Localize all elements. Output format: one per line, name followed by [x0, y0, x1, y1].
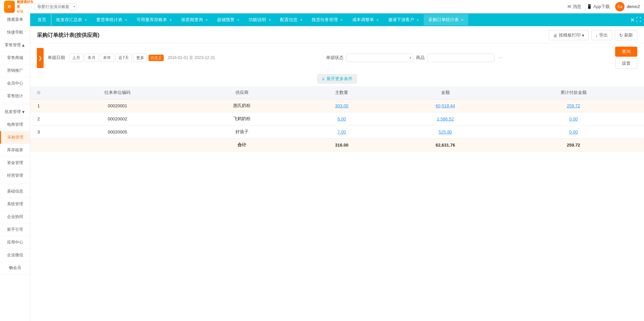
sidebar-item-retail-mgmt[interactable]: 零售管理 ▲	[0, 39, 30, 52]
tab-purchase-stat-close[interactable]: ×	[461, 18, 463, 22]
table-settings-icon[interactable]: ⚙	[37, 90, 41, 95]
col-code-header: 往来单位编码	[47, 86, 188, 99]
print-chevron-icon: ▾	[582, 33, 584, 38]
tab-available-stock-close[interactable]: ×	[170, 18, 172, 22]
sidebar-item-search[interactable]: 搜索菜单	[0, 13, 30, 26]
user-area[interactable]: Ea demo2	[615, 2, 640, 11]
refresh-btn[interactable]: ↻ 刷新	[615, 30, 637, 40]
sidebar-item-member[interactable]: 会员中心	[0, 77, 30, 90]
breadcrumb[interactable]: 母婴行业演示账套	[34, 3, 76, 10]
tab-config[interactable]: 配置信息 ×	[275, 14, 307, 25]
table-footer: 合计 316.00 62,631.76 259.72	[30, 139, 644, 152]
filter-main-row: ❯ 单据日期 上月 本月 本年 近7天 更多	[37, 47, 637, 71]
date-btn-7days[interactable]: 近7天	[115, 54, 132, 62]
export-btn[interactable]: ↓ 导出	[591, 30, 612, 40]
sidebar-item-system[interactable]: 系统管理	[0, 198, 30, 211]
sidebar-item-enterprise[interactable]: 企业协同	[0, 211, 30, 223]
print-icon: 🖨	[553, 33, 557, 38]
tab-config-close[interactable]: ×	[300, 18, 302, 22]
tab-function-close[interactable]: ×	[269, 18, 271, 22]
tab-order-summary-close[interactable]: ×	[125, 18, 127, 22]
date-btn-this-year[interactable]: 本年	[100, 54, 114, 62]
tab-available-stock[interactable]: 可用量库存账本 ×	[132, 14, 176, 25]
tab-invite[interactable]: 邀请下游客户 ×	[383, 14, 424, 25]
filter-section: ❯ 单据日期 上月 本月 本年 近7天 更多	[30, 43, 644, 86]
sidebar-item-finance[interactable]: 资金管理	[0, 157, 30, 169]
settings-btn[interactable]: 设置	[615, 58, 637, 69]
sidebar-item-purchase[interactable]: 采购管理	[0, 131, 30, 144]
table-row: 2 00020002 飞鹤奶粉 6.00 1,586.52 0.00	[30, 112, 644, 125]
table-header-row: ⚙ 往来单位编码 供应商 主数量 金额 累计付款金额	[30, 86, 644, 99]
print-btn[interactable]: 🖨 按模板打印 ▾	[549, 30, 589, 40]
sidebar-item-newbie[interactable]: 新手引导	[0, 223, 30, 236]
col-main-qty-header: 主数量	[296, 86, 388, 99]
tab-overstock-close[interactable]: ×	[237, 18, 239, 22]
tab-purchase-stat[interactable]: 采购订单统计表 ×	[424, 14, 468, 25]
footer-label: 合计	[188, 139, 296, 152]
content-area: 首页 收发存汇总表 × 要货单统计表 × 可用量库存账本 × 保质期查询 × 超…	[30, 13, 644, 321]
export-icon: ↓	[596, 33, 598, 38]
status-select[interactable]	[346, 54, 413, 62]
row-paid-amount: 259.72	[503, 99, 644, 112]
table-container: ⚙ 往来单位编码 供应商 主数量 金额 累计付款金额 1 00020001	[30, 86, 644, 172]
date-range-text: 2016-01-01 至 2023-12-31	[168, 55, 215, 61]
col-amount-header: 金额	[388, 86, 503, 99]
tab-cost-adjust-close[interactable]: ×	[376, 18, 378, 22]
toggle-area: ❯	[37, 48, 44, 68]
row-index: 1	[30, 99, 47, 112]
breadcrumb-select[interactable]: 母婴行业演示账套	[34, 3, 76, 10]
sidebar-item-ecommerce[interactable]: 电商管理	[0, 118, 30, 131]
expand-toggle-row: ∨ 展开更多条件	[37, 71, 637, 86]
sidebar-item-basics[interactable]: 基础信息	[0, 185, 30, 198]
sidebar: 搜索菜单 快捷导航 零售管理 ▲ 零售商城 营销推广 会员中心 零售统计 批发管…	[0, 13, 30, 321]
tab-shelf-life-close[interactable]: ×	[206, 18, 208, 22]
tab-controls: ✕ ⛶	[630, 17, 641, 23]
sidebar-item-inventory[interactable]: 库存核算	[0, 144, 30, 157]
date-btn-last-month[interactable]: 上月	[69, 54, 83, 62]
tab-order-summary[interactable]: 要货单统计表 ×	[92, 14, 132, 25]
sidebar-item-quick-nav[interactable]: 快捷导航	[0, 26, 30, 39]
tab-shelf-life[interactable]: 保质期查询 ×	[176, 14, 212, 25]
page-content: 采购订单统计表(按供应商) 🖨 按模板打印 ▾ ↓ 导出 ↻	[30, 26, 644, 321]
expand-more-btn[interactable]: ∨ 展开更多条件	[317, 74, 357, 84]
tab-home[interactable]: 首页	[33, 14, 51, 25]
sidebar-item-wholesale[interactable]: 批发管理 ▼	[0, 106, 30, 118]
goods-more-btn[interactable]: ···	[497, 55, 504, 61]
tab-function[interactable]: 功能说明 ×	[244, 14, 275, 25]
query-btn[interactable]: 查询	[615, 47, 637, 57]
action-btns: 查询 设置	[615, 47, 637, 69]
filter-inputs: 单据日期 上月 本月 本年 近7天 更多 自定义	[48, 47, 637, 71]
sidebar-item-operations[interactable]: 经营管理	[0, 169, 30, 182]
logo-area: 好 畅捷通好生意 标版	[4, 0, 34, 14]
filter-toggle-btn[interactable]: ❯	[37, 48, 44, 68]
table-body: 1 00020001 惠氏奶粉 303.00 60,519.44 259.72 …	[30, 99, 644, 139]
table-row: 3 00020005 好孩子 7.00 525.80 0.00	[30, 125, 644, 139]
sidebar-item-app-center[interactable]: 应用中心	[0, 236, 30, 249]
page-header: 采购订单统计表(按供应商) 🖨 按模板打印 ▾ ↓ 导出 ↻	[30, 26, 644, 43]
tab-receive-summary[interactable]: 收发存汇总表 ×	[51, 14, 92, 25]
message-icon: ✉	[568, 4, 571, 9]
app-download-btn[interactable]: 📱 App下载	[587, 4, 610, 10]
tab-maximize-btn[interactable]: ⛶	[636, 17, 641, 23]
date-label: 单据日期	[48, 55, 65, 61]
message-btn[interactable]: ✉ 消息	[568, 4, 581, 10]
sidebar-item-retail-shop[interactable]: 零售商城	[0, 52, 30, 64]
page-inner: 采购订单统计表(按供应商) 🖨 按模板打印 ▾ ↓ 导出 ↻	[30, 26, 644, 321]
sidebar-item-member2[interactable]: 畅会员	[0, 262, 30, 274]
tab-pick-task-close[interactable]: ×	[340, 18, 342, 22]
tab-cost-adjust[interactable]: 成本调整单 ×	[347, 14, 383, 25]
goods-input[interactable]	[427, 54, 494, 62]
tab-invite-close[interactable]: ×	[417, 18, 419, 22]
tab-overstock[interactable]: 超储预警 ×	[212, 14, 244, 25]
tab-close-btn[interactable]: ✕	[630, 17, 635, 23]
sidebar-item-marketing[interactable]: 营销推广	[0, 64, 30, 77]
sidebar-item-retail-stat[interactable]: 零售统计	[0, 90, 30, 103]
tab-pick-task[interactable]: 拣货任务管理 ×	[307, 14, 347, 25]
tab-receive-summary-close[interactable]: ×	[85, 18, 87, 22]
refresh-icon: ↻	[619, 33, 623, 38]
goods-label: 商品	[416, 55, 425, 61]
sidebar-item-wechat[interactable]: 企业微信	[0, 249, 30, 262]
date-btn-more[interactable]: 更多	[133, 54, 147, 62]
top-bar: 好 畅捷通好生意 标版 母婴行业演示账套 ✉ 消息 📱 App下载 Ea dem…	[0, 0, 644, 13]
date-btn-this-month[interactable]: 本月	[85, 54, 99, 62]
